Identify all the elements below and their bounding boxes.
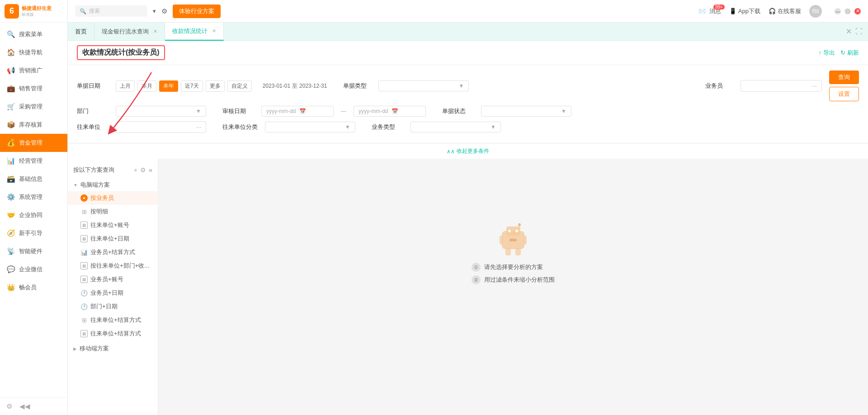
app-icon: 📱	[729, 8, 736, 14]
sidebar-item-member[interactable]: 👑 畅会员	[0, 278, 67, 297]
date-btn-this-month[interactable]: 本月	[137, 80, 156, 92]
query-button[interactable]: 查询	[829, 71, 859, 84]
sidebar-item-search[interactable]: 🔍 搜索菜单	[0, 25, 67, 43]
salesman-dots[interactable]: ···	[811, 82, 817, 90]
scheme-settings-icon[interactable]: ⚙	[140, 166, 146, 174]
sidebar-item-guide[interactable]: 🧭 新手引导	[0, 224, 67, 242]
tab-receipt[interactable]: 收款情况统计 ✕	[165, 23, 224, 41]
audit-date-to-input[interactable]: yyyy-mm-dd 📅	[354, 106, 426, 117]
filter-row-1: 单据日期 上月 本月 本年 近7天 更多 自定义 2023-01-01 至 20…	[77, 71, 859, 101]
bank-tab-label: 现金银行流水查询	[102, 28, 149, 36]
system-icon: ⚙️	[6, 193, 15, 202]
tip-num-1: ①	[472, 263, 481, 272]
settings-footer-icon[interactable]: ⚙	[6, 402, 12, 410]
receipt-tab-close-icon[interactable]: ✕	[212, 28, 216, 34]
filter-action-buttons: 查询 设置	[829, 71, 859, 101]
sidebar-item-enterprise[interactable]: 🤝 企业协同	[0, 206, 67, 224]
collapse-sidebar-icon[interactable]: ◀◀	[19, 402, 30, 410]
message-button[interactable]: ✉️ 99+ 消息	[698, 7, 721, 15]
scheme-item-counterpart-account[interactable]: ▦ 往来单位+账号	[68, 218, 158, 232]
salesman-select[interactable]: ···	[741, 80, 822, 92]
logo-icon: 6	[5, 4, 19, 19]
date-separator: —	[341, 108, 346, 114]
filter-row-2: 部门 ▼ 审核日期 yyyy-mm-dd 📅 — yyyy-mm-dd 📅	[77, 106, 859, 117]
scheme-item-salesman-date[interactable]: 🕐 业务员+日期	[68, 286, 158, 300]
app-download-button[interactable]: 📱 App下载	[729, 7, 760, 15]
type-filter-label: 单据类型	[343, 82, 375, 90]
scheme-item-salesman[interactable]: ● 按业务员	[68, 191, 158, 205]
date-btn-last-month[interactable]: 上月	[116, 80, 135, 92]
hardware-icon: 📡	[6, 247, 15, 256]
counterpart-select[interactable]: ···	[116, 121, 206, 133]
sidebar-item-hardware[interactable]: 📡 智能硬件	[0, 242, 67, 260]
scheme-item-counterpart-settlement[interactable]: ⊞ 往来单位+结算方式	[68, 313, 158, 327]
scheme-item-counterpart-settlement2[interactable]: ▦ 往来单位+结算方式	[68, 327, 158, 340]
scheme-item-salesman-account[interactable]: ▦ 业务员+账号	[68, 273, 158, 286]
sidebar-item-operations[interactable]: 📊 经营管理	[0, 152, 67, 170]
tabs-bar: 首页 现金银行流水查询 ✕ 收款情况统计 ✕ ✕ ⛶	[68, 23, 868, 41]
topbar-gear-icon[interactable]: ⚙	[161, 7, 167, 15]
scheme-item-salesman-settlement[interactable]: 📊 业务员+结算方式	[68, 245, 158, 259]
sidebar-item-quicknav[interactable]: 🏠 快捷导航	[0, 43, 67, 61]
sidebar-item-purchase[interactable]: 🛒 采购管理	[0, 98, 67, 116]
counterpart-account-icon: ▦	[80, 222, 88, 229]
counterpart-type-select[interactable]: ▼	[265, 122, 355, 132]
sidebar-item-inventory[interactable]: 📦 库存核算	[0, 116, 67, 134]
svg-rect-9	[519, 226, 520, 230]
collapse-panel-icon[interactable]: «	[149, 166, 152, 174]
tab-expand-icon[interactable]: ⛶	[855, 28, 863, 36]
topbar-cta-button[interactable]: 体验行业方案	[173, 5, 221, 18]
bank-tab-close-icon[interactable]: ✕	[153, 28, 157, 34]
scheme-group-desktop-header[interactable]: ▼ 电脑端方案	[68, 179, 158, 191]
window-maximize-button[interactable]: □	[844, 8, 851, 14]
refresh-button[interactable]: ↻ 刷新	[840, 49, 859, 57]
counterpart-date-icon: ▦	[80, 235, 88, 242]
topbar-dropdown-icon[interactable]: ▾	[153, 8, 156, 14]
type-select[interactable]: ▼	[378, 80, 469, 91]
export-button[interactable]: ↑ 导出	[819, 49, 835, 57]
scheme-item-counterpart-date[interactable]: ▦ 往来单位+日期	[68, 232, 158, 245]
biz-type-select[interactable]: ▼	[410, 122, 501, 132]
basic-icon: 🗃️	[6, 174, 15, 184]
online-service-button[interactable]: 🎧 在线客服	[769, 7, 801, 15]
tab-bank[interactable]: 现金银行流水查询 ✕	[94, 23, 165, 41]
date-btn-custom[interactable]: 自定义	[227, 80, 252, 92]
collapse-bar[interactable]: ∧∧ 收起更多条件	[68, 143, 868, 159]
scheme-item-detail[interactable]: ⊞ 按明细	[68, 205, 158, 218]
status-select[interactable]: ▼	[481, 106, 571, 117]
date-btn-more[interactable]: 更多	[206, 80, 225, 92]
sidebar-item-system[interactable]: ⚙️ 系统管理	[0, 188, 67, 206]
date-btn-7days[interactable]: 近7天	[181, 80, 203, 92]
svg-rect-8	[515, 248, 521, 255]
dept-select[interactable]: ▼	[116, 106, 206, 117]
sidebar-item-finance[interactable]: 💰 资金管理	[0, 134, 67, 152]
search-icon: 🔍	[6, 30, 15, 39]
window-controls: — □ ✕	[835, 8, 861, 14]
audit-date-from-input[interactable]: yyyy-mm-dd 📅	[261, 106, 334, 117]
counterpart-type-label: 往来单位分类	[222, 123, 258, 131]
window-close-button[interactable]: ✕	[854, 8, 861, 14]
sales-icon: 💼	[6, 84, 15, 93]
sidebar-item-wechat[interactable]: 💬 企业微信	[0, 260, 67, 278]
sidebar-item-marketing[interactable]: 📢 营销推广	[0, 61, 67, 80]
tab-home[interactable]: 首页	[68, 23, 94, 41]
user-avatar[interactable]: Rit	[809, 5, 822, 18]
wechat-icon: 💬	[6, 265, 15, 274]
scheme-group-mobile-header[interactable]: ▶ 移动端方案	[68, 342, 158, 355]
counterpart-dots[interactable]: ···	[196, 123, 201, 131]
scheme-group-mobile: ▶ 移动端方案	[68, 342, 158, 355]
settings-button[interactable]: 设置	[829, 87, 859, 101]
window-minimize-button[interactable]: —	[835, 8, 841, 14]
filter-panel: 单据日期 上月 本月 本年 近7天 更多 自定义 2023-01-01 至 20…	[68, 65, 868, 143]
sidebar-item-basic[interactable]: 🗃️ 基础信息	[0, 170, 67, 188]
add-scheme-icon[interactable]: +	[134, 166, 137, 174]
tab-close-all-icon[interactable]: ✕	[846, 27, 852, 36]
scheme-item-counterpart-dept-collect[interactable]: ▦ 按往来单位+部门+收...	[68, 259, 158, 273]
date-btn-this-year[interactable]: 本年	[159, 80, 178, 92]
finance-icon: 💰	[6, 138, 15, 147]
scheme-item-dept-date[interactable]: 🕐 部门+日期	[68, 300, 158, 313]
calendar-icon-to: 📅	[392, 108, 398, 114]
sidebar-nav: 🔍 搜索菜单 🏠 快捷导航 📢 营销推广 💼 销售管理 🛒 采购管理 📦	[0, 23, 67, 397]
salesman-filter-label: 业务员	[705, 82, 737, 90]
sidebar-item-sales[interactable]: 💼 销售管理	[0, 80, 67, 98]
